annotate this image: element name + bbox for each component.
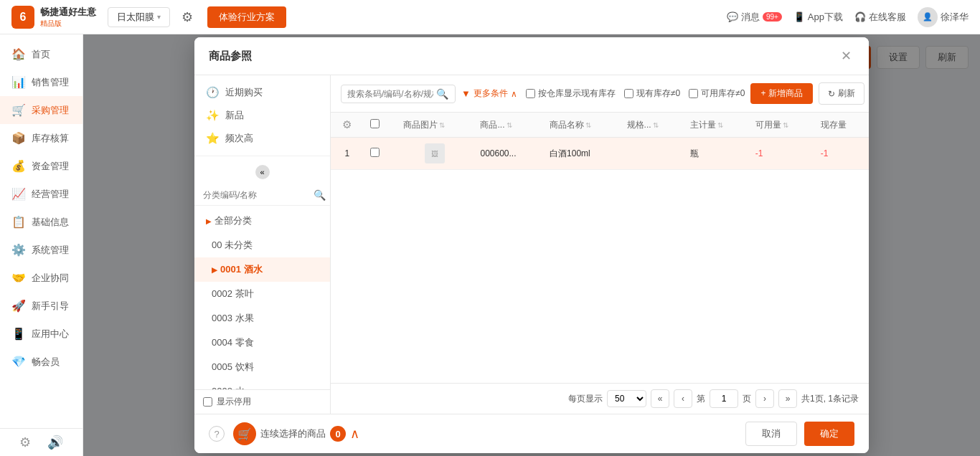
message-nav-item[interactable]: 💬 消息 99+ [727, 11, 782, 24]
last-page-btn[interactable]: » [778, 389, 797, 408]
row-checkbox[interactable] [370, 148, 380, 157]
cat-label-liquor: 0001 酒水 [220, 263, 263, 276]
row-spec-cell [620, 138, 683, 170]
sidebar-item-purchase[interactable]: 🛒 采购管理 [0, 96, 83, 124]
cat-item-liquor[interactable]: ▶ 0001 酒水 [194, 257, 330, 282]
cat-item-fruit[interactable]: 0003 水果 [194, 306, 330, 331]
modal-title: 商品参照 [209, 49, 252, 63]
headset-icon: 🎧 [854, 11, 866, 22]
sidebar-item-system[interactable]: ⚙️ 系统管理 [0, 236, 83, 264]
sidebar-item-apps[interactable]: 📱 应用中心 [0, 320, 83, 348]
settings-icon[interactable]: ⚙ [176, 6, 199, 29]
show-disabled-checkbox[interactable] [203, 397, 212, 407]
panel-collapse-icon[interactable]: « [255, 165, 270, 179]
th-current: 现存量 [814, 113, 869, 138]
available-label[interactable]: 现有库存≠0 [636, 87, 680, 100]
first-page-btn[interactable]: « [651, 389, 669, 408]
high-freq-item[interactable]: ⭐ 频次高 [194, 127, 330, 150]
cancel-button[interactable]: 取消 [745, 422, 797, 446]
prev-page-btn[interactable]: ‹ [674, 389, 692, 408]
experience-btn[interactable]: 体验行业方案 [207, 6, 286, 28]
th-current-label: 现存量 [821, 119, 847, 131]
next-page-btn[interactable]: › [755, 389, 774, 408]
message-badge: 99+ [763, 12, 782, 22]
product-search-input[interactable] [347, 89, 433, 99]
sidebar-item-home[interactable]: 🏠 首页 [0, 40, 83, 68]
sidebar-label-basic-info: 基础信息 [32, 216, 69, 229]
sidebar-item-member[interactable]: 💎 畅会员 [0, 348, 83, 376]
cart-icon[interactable]: 🛒 [233, 422, 256, 445]
page-number-input[interactable] [710, 389, 738, 408]
sidebar-item-operations[interactable]: 📈 经营管理 [0, 180, 83, 208]
sidebar-label-enterprise: 企业协同 [32, 272, 69, 285]
row-current-cell: -1 [814, 138, 869, 170]
recent-purchase-label: 近期购买 [225, 86, 263, 99]
row-unit-cell: 瓶 [683, 138, 748, 170]
sidebar-item-inventory[interactable]: 📦 库存核算 [0, 124, 83, 152]
sidebar-label-system: 系统管理 [32, 244, 69, 257]
finance-icon: 💰 [11, 159, 26, 173]
total-info: 共1页, 1条记录 [801, 393, 859, 405]
add-product-button[interactable]: + 新增商品 [750, 83, 812, 104]
new-product-item[interactable]: ✨ 新品 [194, 104, 330, 127]
show-disabled-label[interactable]: 显示停用 [217, 396, 251, 408]
table-row[interactable]: 1 🖼 [331, 138, 869, 170]
help-button[interactable]: ? [209, 426, 225, 442]
usable-checkbox[interactable] [689, 89, 698, 98]
by-warehouse-checkbox[interactable] [526, 89, 535, 98]
available-value: -1 [755, 148, 763, 158]
cat-item-all[interactable]: ▶ 全部分类 [194, 209, 330, 233]
th-spec-label: 规格... [627, 119, 651, 131]
high-freq-label: 频次高 [225, 132, 253, 145]
gear-bottom-icon[interactable]: ⚙ [19, 434, 31, 450]
refresh-button[interactable]: ↻ 刷新 [819, 82, 864, 105]
modal-close-button[interactable]: ✕ [837, 47, 854, 65]
selector-arrow-icon: ▾ [157, 13, 161, 21]
clock-icon: 🕐 [206, 86, 220, 99]
cat-arrow-liquor: ▶ [212, 266, 217, 274]
confirm-button[interactable]: 确定 [804, 422, 854, 446]
sidebar-item-finance[interactable]: 💰 资金管理 [0, 152, 83, 180]
online-service-item[interactable]: 🎧 在线客服 [854, 11, 906, 24]
sidebar-item-basic-info[interactable]: 📋 基础信息 [0, 208, 83, 236]
recent-purchase-item[interactable]: 🕐 近期购买 [194, 81, 330, 104]
page-size-select[interactable]: 50 100 200 [607, 390, 646, 407]
cat-item-beverage[interactable]: 0005 饮料 [194, 355, 330, 379]
usable-label[interactable]: 可用库存≠0 [701, 87, 745, 100]
sidebar-label-operations: 经营管理 [32, 188, 69, 201]
collapse-row: « [194, 156, 330, 185]
product-panel: 🔍 ▼ 更多条件 ∧ 按仓库显示现有库存 [331, 75, 869, 414]
filter-icon: ▼ [461, 88, 471, 99]
sidebar-item-sales[interactable]: 📊 销售管理 [0, 68, 83, 96]
table-settings-icon[interactable]: ⚙ [342, 118, 352, 130]
avatar: 👤 [918, 7, 938, 27]
nav-store-selector[interactable]: 日太阳膜 ▾ [108, 7, 170, 27]
sort-code-icon: ⇅ [507, 121, 512, 129]
footer-collapse-icon[interactable]: ∧ [350, 426, 359, 442]
sidebar-item-enterprise[interactable]: 🤝 企业协同 [0, 264, 83, 292]
cart-section: 🛒 连续选择的商品 0 ∧ [233, 422, 359, 445]
user-item[interactable]: 👤 徐泽华 [918, 7, 969, 27]
category-search-input[interactable] [203, 190, 311, 200]
phone-icon: 📱 [793, 11, 805, 22]
available-checkbox[interactable] [624, 89, 633, 98]
by-warehouse-label[interactable]: 按仓库显示现有库存 [538, 87, 616, 100]
category-search-icon[interactable]: 🔍 [314, 189, 326, 201]
app-download-item[interactable]: 📱 App下载 [793, 11, 843, 24]
cat-item-snack[interactable]: 0004 零食 [194, 331, 330, 355]
sidebar-item-guide[interactable]: 🚀 新手引导 [0, 292, 83, 320]
cat-item-water[interactable]: 0008 水 [194, 379, 330, 389]
page-suffix: 页 [743, 393, 751, 405]
sidebar-bottom: ⚙ 🔊 [0, 428, 83, 456]
volume-icon[interactable]: 🔊 [47, 434, 63, 450]
product-search-icon[interactable]: 🔍 [436, 88, 448, 100]
row-code-cell: 000600... [473, 138, 542, 170]
enterprise-icon: 🤝 [11, 271, 26, 285]
cat-item-tea[interactable]: 0002 茶叶 [194, 282, 330, 306]
modal-footer: ? 🛒 连续选择的商品 0 ∧ 取消 确定 [194, 414, 869, 453]
select-all-checkbox[interactable] [370, 119, 380, 128]
cat-item-unclassified[interactable]: 00 未分类 [194, 233, 330, 257]
more-filter-btn[interactable]: ▼ 更多条件 ∧ [461, 87, 517, 100]
sidebar-label-inventory: 库存核算 [32, 132, 69, 145]
cart-count: 0 [330, 426, 346, 442]
